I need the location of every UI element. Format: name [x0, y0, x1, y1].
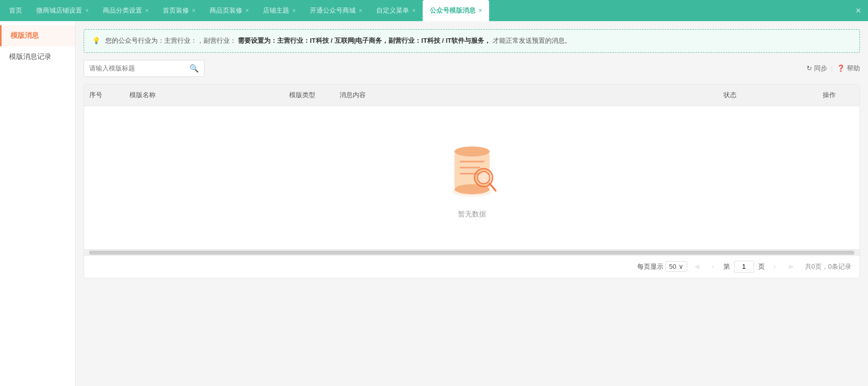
page-label: 第 — [723, 262, 730, 271]
tab-shop-theme[interactable]: 店铺主题 × — [256, 0, 303, 21]
page-size-label: 每页显示 — [637, 262, 663, 271]
empty-icon — [439, 136, 505, 202]
scrollbar-thumb[interactable] — [89, 251, 854, 255]
tab-template-msg[interactable]: 公众号模版消息 × — [423, 0, 489, 21]
total-info: 共0页，0条记录 — [805, 262, 851, 271]
tab-bar: 首页 微商城店铺设置 × 商品分类设置 × 首页装修 × 商品页装修 × 店铺主… — [0, 0, 868, 21]
col-status: 状态 — [718, 85, 799, 106]
search-input[interactable] — [89, 64, 189, 72]
search-icon[interactable]: 🔍 — [189, 64, 199, 73]
sync-button[interactable]: ↻ 同步 — [807, 64, 827, 73]
sidebar: 模版消息 模版消息记录 — [0, 21, 76, 386]
tab-home[interactable]: 首页 — [2, 0, 29, 21]
page-size-select: 每页显示 50 ∨ — [637, 261, 687, 272]
empty-state: 暂无数据 — [84, 106, 859, 249]
svg-line-9 — [490, 184, 496, 191]
page-size-box[interactable]: 50 ∨ — [665, 261, 687, 272]
page-unit: 页 — [758, 262, 765, 271]
svg-point-2 — [454, 146, 490, 157]
help-icon: ❓ — [837, 64, 845, 72]
sync-icon: ↻ — [807, 64, 812, 72]
pagination: 每页显示 50 ∨ ⊲ ‹ 第 页 › ⊳ 共0页，0条记录 — [84, 255, 859, 278]
tab-custom-menu-close[interactable]: × — [412, 7, 416, 14]
search-box: 🔍 — [84, 60, 205, 77]
notice-prefix: 您的公众号行业为：主营行业：，副营行业： — [105, 37, 236, 44]
tab-category[interactable]: 商品分类设置 × — [96, 0, 156, 21]
toolbar-divider: | — [831, 64, 833, 72]
tab-product-decor-close[interactable]: × — [245, 7, 249, 14]
toolbar-right: ↻ 同步 | ❓ 帮助 — [807, 64, 860, 73]
table-header: 序号 模版名称 模版类型 消息内容 状态 操作 — [84, 85, 859, 106]
notice-highlight: 需要设置为：主营行业：IT科技 / 互联网|电子商务，副营行业：IT科技 / I… — [238, 37, 491, 44]
page-size-value: 50 — [669, 263, 676, 270]
col-content: 消息内容 — [335, 85, 718, 106]
tab-open-mall[interactable]: 开通公众号商城 × — [303, 0, 369, 21]
empty-text: 暂无数据 — [458, 210, 486, 219]
tab-shop-theme-close[interactable]: × — [292, 7, 296, 14]
chevron-down-icon: ∨ — [679, 263, 684, 270]
content-area: 💡 您的公众号行业为：主营行业：，副营行业： 需要设置为：主营行业：IT科技 /… — [76, 21, 868, 386]
page-prev-btn[interactable]: ‹ — [707, 261, 719, 273]
notice-banner: 💡 您的公众号行业为：主营行业：，副营行业： 需要设置为：主营行业：IT科技 /… — [84, 29, 860, 53]
help-button[interactable]: ❓ 帮助 — [837, 64, 860, 73]
page-next-btn[interactable]: › — [769, 261, 781, 273]
horizontal-scrollbar[interactable] — [84, 249, 859, 255]
table-wrapper: 序号 模版名称 模版类型 消息内容 状态 操作 — [84, 84, 860, 278]
col-name: 模版名称 — [124, 85, 284, 106]
tab-category-close[interactable]: × — [145, 7, 149, 14]
col-type: 模版类型 — [284, 85, 335, 106]
page-number-input[interactable] — [734, 261, 754, 273]
sidebar-item-template-msg[interactable]: 模版消息 — [0, 25, 75, 46]
main-layout: 模版消息 模版消息记录 💡 您的公众号行业为：主营行业：，副营行业： 需要设置为… — [0, 21, 868, 386]
toolbar: 🔍 ↻ 同步 | ❓ 帮助 — [84, 60, 860, 77]
tab-wechat-shop[interactable]: 微商城店铺设置 × — [29, 0, 96, 21]
tab-open-mall-close[interactable]: × — [359, 7, 362, 14]
tab-template-msg-close[interactable]: × — [479, 7, 482, 14]
tab-homepage-decor-close[interactable]: × — [192, 7, 195, 14]
tab-homepage-decor[interactable]: 首页装修 × — [156, 0, 203, 21]
tab-product-decor[interactable]: 商品页装修 × — [203, 0, 256, 21]
page-first-btn[interactable]: ⊲ — [691, 261, 703, 273]
tab-bar-close-all[interactable]: × — [850, 6, 866, 16]
tab-custom-menu[interactable]: 自定义菜单 × — [369, 0, 423, 21]
sidebar-item-template-msg-record[interactable]: 模版消息记录 — [0, 46, 75, 67]
col-action: 操作 — [799, 85, 859, 106]
col-seq: 序号 — [84, 85, 124, 106]
svg-point-8 — [478, 172, 490, 184]
notice-suffix: 才能正常发送预置的消息。 — [493, 37, 571, 44]
tab-wechat-shop-close[interactable]: × — [85, 7, 89, 14]
notice-icon: 💡 — [92, 37, 100, 44]
page-last-btn[interactable]: ⊳ — [785, 261, 797, 273]
